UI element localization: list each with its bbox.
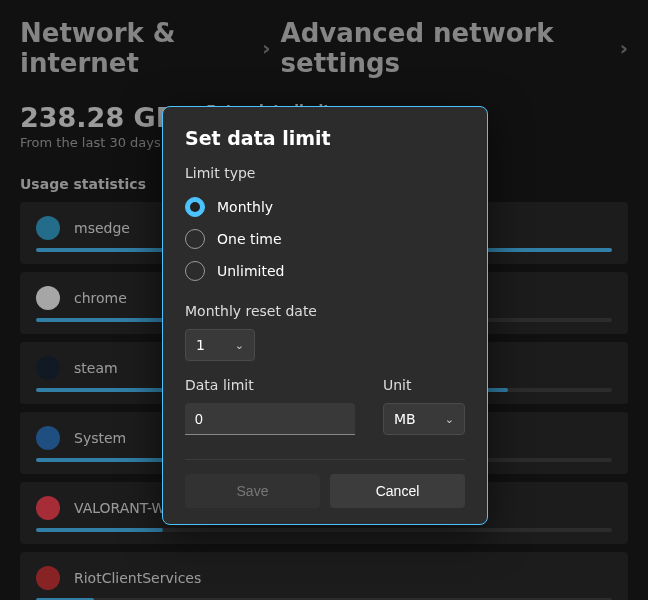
save-button[interactable]: Save bbox=[185, 474, 320, 508]
set-data-limit-dialog: Set data limit Limit type Monthly One ti… bbox=[162, 106, 488, 525]
radio-label: Monthly bbox=[217, 199, 273, 215]
radio-icon bbox=[185, 229, 205, 249]
radio-icon bbox=[185, 197, 205, 217]
radio-unlimited[interactable]: Unlimited bbox=[185, 255, 465, 287]
unit-value: MB bbox=[394, 411, 416, 427]
radio-monthly[interactable]: Monthly bbox=[185, 191, 465, 223]
radio-onetime[interactable]: One time bbox=[185, 223, 465, 255]
data-limit-input[interactable] bbox=[185, 403, 355, 435]
reset-date-dropdown[interactable]: 1 ⌄ bbox=[185, 329, 255, 361]
dialog-title: Set data limit bbox=[185, 127, 465, 149]
chevron-down-icon: ⌄ bbox=[445, 413, 454, 426]
unit-dropdown[interactable]: MB ⌄ bbox=[383, 403, 465, 435]
unit-label: Unit bbox=[383, 377, 465, 393]
chevron-down-icon: ⌄ bbox=[235, 339, 244, 352]
radio-label: Unlimited bbox=[217, 263, 284, 279]
data-limit-label: Data limit bbox=[185, 377, 365, 393]
cancel-button[interactable]: Cancel bbox=[330, 474, 465, 508]
radio-label: One time bbox=[217, 231, 282, 247]
reset-date-value: 1 bbox=[196, 337, 205, 353]
reset-date-label: Monthly reset date bbox=[185, 303, 465, 319]
radio-icon bbox=[185, 261, 205, 281]
limit-type-label: Limit type bbox=[185, 165, 465, 181]
